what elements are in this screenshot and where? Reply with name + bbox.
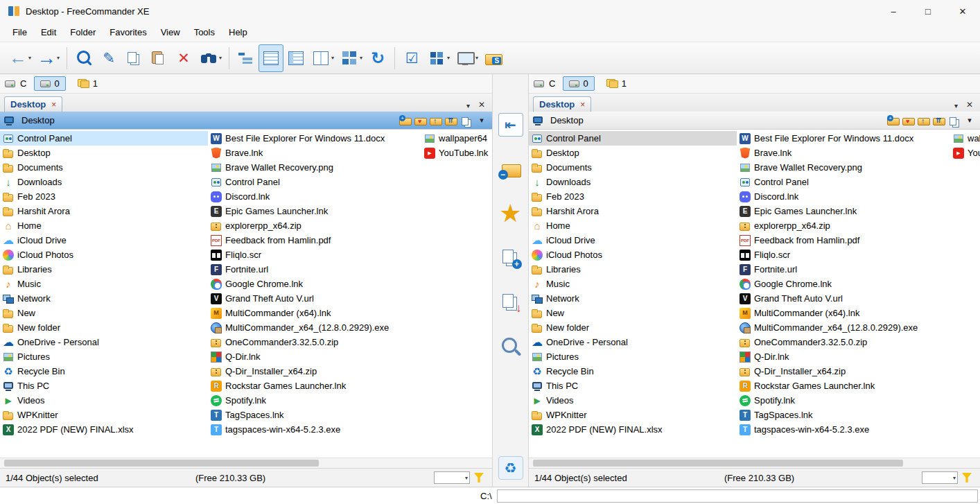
forward-button[interactable]: ▾ <box>34 44 62 72</box>
file-row[interactable]: Control Panel <box>208 175 421 189</box>
horizontal-scrollbar[interactable] <box>529 458 980 468</box>
file-row[interactable]: Control Panel <box>737 175 950 189</box>
filter-funnel-icon[interactable] <box>474 473 484 483</box>
file-row[interactable]: MultiCommander_x64_(12.8.0.2929).exe <box>737 320 950 335</box>
file-row[interactable]: WPKnitter <box>529 408 737 422</box>
file-row[interactable]: Epic Games Launcher.lnk <box>208 204 421 218</box>
select-button[interactable] <box>399 44 424 72</box>
file-row[interactable]: Brave Wallet Recovery.png <box>737 160 950 175</box>
tab-close-icon[interactable]: × <box>51 101 56 109</box>
file-row[interactable]: Fliqlo.scr <box>737 247 950 262</box>
delete-button[interactable] <box>171 44 196 72</box>
folder-favorites-button[interactable] <box>902 115 916 126</box>
file-row[interactable]: Discord.lnk <box>208 189 421 204</box>
file-row[interactable]: Home <box>0 218 208 233</box>
folder-tab-desktop[interactable]: Desktop × <box>4 96 62 112</box>
file-row[interactable]: Network <box>529 291 737 306</box>
file-row[interactable]: Brave Wallet Recovery.png <box>208 160 421 175</box>
list-view-button[interactable] <box>259 44 283 72</box>
tab-list-button[interactable]: ▾ <box>462 100 474 112</box>
file-row[interactable]: Downloads <box>0 175 208 189</box>
drive-tab-0[interactable]: 0 <box>563 76 594 91</box>
file-row[interactable]: Discord.lnk <box>737 189 950 204</box>
command-input[interactable] <box>497 489 978 503</box>
file-row[interactable]: iCloud Drive <box>0 233 208 247</box>
paste-button[interactable] <box>146 44 171 72</box>
move-to-other-panel-button[interactable] <box>498 290 523 314</box>
sync-refresh-button[interactable] <box>498 456 523 480</box>
horizontal-scrollbar[interactable] <box>0 458 492 468</box>
file-row[interactable]: Pictures <box>529 349 737 364</box>
menu-item-help[interactable]: Help <box>222 24 254 40</box>
folder-plus-button[interactable] <box>399 115 412 126</box>
tabbar-close-button[interactable]: ✕ <box>962 98 977 112</box>
maximize-button[interactable]: □ <box>911 0 945 22</box>
file-row[interactable]: Recycle Bin <box>0 364 208 379</box>
file-row[interactable]: Documents <box>529 160 737 175</box>
close-tabs-button[interactable] <box>498 157 523 181</box>
columns-view-button[interactable]: ▾ <box>308 44 337 72</box>
file-row[interactable]: tagspaces-win-x64-5.2.3.exe <box>737 422 950 437</box>
file-row[interactable]: Q-Dir_Installer_x64.zip <box>208 364 421 379</box>
file-row[interactable]: Harshit Arora <box>0 204 208 218</box>
file-row[interactable]: TagSpaces.lnk <box>737 408 950 422</box>
menu-item-tools[interactable]: Tools <box>187 24 222 40</box>
file-row[interactable]: Recycle Bin <box>529 364 737 379</box>
file-row[interactable]: iCloud Photos <box>529 247 737 262</box>
favorites-star-button[interactable] <box>498 202 523 225</box>
file-row[interactable]: wallpaper64 <box>950 131 980 146</box>
file-row[interactable]: Spotify.lnk <box>737 393 950 408</box>
file-row[interactable]: tagspaces-win-x64-5.2.3.exe <box>208 422 421 437</box>
file-row[interactable]: MultiCommander (x64).lnk <box>737 306 950 320</box>
file-row[interactable]: Google Chrome.lnk <box>737 277 950 291</box>
file-row[interactable]: Music <box>0 277 208 291</box>
left-path-header[interactable]: Desktop <box>0 112 492 130</box>
file-row[interactable]: Desktop <box>0 146 208 160</box>
file-row[interactable]: Rockstar Games Launcher.lnk <box>737 379 950 393</box>
file-row[interactable]: Brave.lnk <box>208 146 421 160</box>
file-row[interactable]: OneDrive - Personal <box>0 335 208 349</box>
file-row[interactable]: TagSpaces.lnk <box>208 408 421 422</box>
file-row[interactable]: MultiCommander_x64_(12.8.0.2929).exe <box>208 320 421 335</box>
file-row[interactable]: Control Panel <box>0 131 208 146</box>
quick-filter-combo[interactable]: ▾ <box>922 471 958 484</box>
folder-favorites-button[interactable] <box>414 115 428 126</box>
file-row[interactable]: MultiCommander (x64).lnk <box>208 306 421 320</box>
file-row[interactable]: Libraries <box>529 262 737 277</box>
file-row[interactable]: This PC <box>0 379 208 393</box>
file-row[interactable]: New folder <box>529 320 737 335</box>
file-row[interactable]: Rockstar Games Launcher.lnk <box>208 379 421 393</box>
find-button[interactable]: ▾ <box>196 44 225 72</box>
file-row[interactable]: OneCommander3.32.5.0.zip <box>208 335 421 349</box>
menu-item-edit[interactable]: Edit <box>34 24 63 40</box>
file-row[interactable]: Feb 2023 <box>529 189 737 204</box>
dropdown-caret-icon[interactable]: ▾ <box>331 55 334 61</box>
tab-close-icon[interactable]: × <box>580 101 585 109</box>
menu-item-favorites[interactable]: Favorites <box>103 24 153 40</box>
filter-funnel-icon[interactable] <box>962 473 972 483</box>
file-row[interactable]: OneDrive - Personal <box>529 335 737 349</box>
file-row[interactable]: New folder <box>0 320 208 335</box>
file-row[interactable]: WPKnitter <box>0 408 208 422</box>
file-row[interactable]: Documents <box>0 160 208 175</box>
folder-up-button[interactable] <box>917 115 931 126</box>
file-row[interactable]: Libraries <box>0 262 208 277</box>
file-row[interactable]: iCloud Photos <box>0 247 208 262</box>
folder-tab-desktop[interactable]: Desktop × <box>533 96 591 112</box>
file-row[interactable]: Grand Theft Auto V.url <box>208 291 421 306</box>
file-row[interactable]: Spotify.lnk <box>208 393 421 408</box>
file-row[interactable]: Feedback from Hamlin.pdf <box>737 233 950 247</box>
back-button[interactable]: ▾ <box>6 44 34 72</box>
file-row[interactable]: Desktop <box>529 146 737 160</box>
drive-c-button[interactable]: C <box>18 78 28 89</box>
dropdown-caret-icon[interactable]: ▾ <box>57 55 60 61</box>
menu-item-folder[interactable]: Folder <box>63 24 103 40</box>
quick-filter-combo[interactable]: ▾ <box>434 471 470 484</box>
file-row[interactable]: Google Chrome.lnk <box>208 277 421 291</box>
scrollbar-thumb[interactable] <box>4 460 319 467</box>
folder-s-button[interactable] <box>481 44 506 72</box>
copy-path-button[interactable] <box>460 115 473 126</box>
drive-tab-1[interactable]: 1 <box>71 76 104 91</box>
file-row[interactable]: Network <box>0 291 208 306</box>
path-dropdown-button[interactable] <box>963 115 977 126</box>
